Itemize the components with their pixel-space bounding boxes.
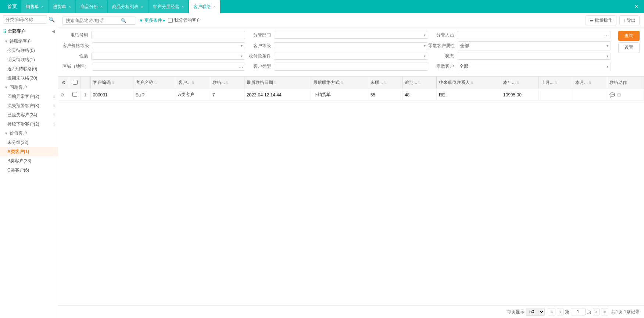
sidebar-item[interactable]: 明天待联络(1) (0, 55, 58, 64)
table-body: ⚙1000031Ea ?A类客户72023-04-12 14:44:下销货单55… (58, 89, 644, 101)
sidebar-item[interactable]: 今天待联络(0) (0, 46, 58, 55)
sidebar-item[interactable]: A类客户(1) (0, 147, 58, 156)
nav-tab-tab-sales[interactable]: 销售单× (21, 0, 48, 13)
nav-home[interactable]: 首页 (3, 3, 21, 10)
filter-input-field[interactable] (274, 63, 428, 71)
filter-input-field[interactable] (457, 31, 602, 39)
more-conditions-button[interactable]: ▼ 更多条件 ▾ (139, 17, 165, 24)
sort-icon[interactable]: ⇅ (471, 81, 473, 85)
cell-unitContact: RE . (437, 89, 501, 101)
per-page-label: 每页显示 (507, 309, 525, 315)
select-all-checkbox[interactable] (73, 80, 78, 85)
filter-select-field[interactable]: ▾ (274, 53, 428, 60)
col-header-overdue[interactable]: 逾期...⇅ (402, 77, 436, 89)
sidebar-item[interactable]: C类客户(6) (0, 166, 58, 175)
sort-icon[interactable]: ⇅ (154, 81, 157, 85)
sidebar-item[interactable]: 持续下滑客户(2)ℹ (0, 120, 58, 129)
close-tab-tab-purchase-icon[interactable]: × (68, 4, 71, 9)
col-header-noContact[interactable]: 未联...⇅ (368, 77, 402, 89)
col-label: 逾期... (405, 80, 417, 85)
sort-icon[interactable]: ⇅ (384, 81, 387, 85)
filter-dots-button[interactable]: … (602, 31, 611, 39)
col-header-lastMonth[interactable]: 上月...⇅ (539, 77, 573, 89)
filter-select-field[interactable]: ▾ (457, 53, 611, 60)
my-customers-checkbox[interactable] (168, 18, 173, 23)
filter-select-field[interactable]: ▾ (92, 42, 245, 49)
sidebar-item[interactable]: 逾期未联络(30) (0, 74, 58, 83)
filter-select-field[interactable]: ▾ (91, 53, 245, 60)
col-header-name[interactable]: 客户名称⇅ (133, 77, 176, 89)
sort-icon[interactable]: ⇅ (418, 81, 421, 85)
filter-input-field[interactable] (91, 31, 245, 39)
sort-icon[interactable]: ⇅ (554, 81, 557, 85)
filter-input-field[interactable] (92, 63, 237, 70)
first-page-button[interactable]: « (548, 308, 555, 315)
settings-button[interactable]: 设置 (618, 42, 640, 53)
col-header-lastDate[interactable]: 最后联络日期⇅ (244, 77, 311, 89)
close-tab-tab-sales-icon[interactable]: × (41, 4, 43, 9)
sort-icon[interactable]: ⇅ (226, 81, 229, 85)
filter-dots-button[interactable]: … (237, 63, 245, 70)
query-button[interactable]: 查询 (618, 31, 640, 41)
sort-icon[interactable]: ⇅ (340, 81, 343, 85)
close-tab-tab-customer-segment-icon[interactable]: × (182, 4, 184, 9)
sort-icon[interactable]: ⇅ (192, 81, 194, 85)
sort-icon[interactable]: ⇅ (111, 81, 114, 85)
nav-tab-tab-analysis[interactable]: 商品分析× (76, 0, 107, 13)
sidebar-item[interactable]: 回购异常客户(2)ℹ (0, 92, 58, 101)
last-page-button[interactable]: » (601, 308, 609, 315)
sidebar-all-customers[interactable]: ⠿ 全部客户 ◀ (0, 26, 58, 37)
filter-search-input[interactable] (66, 18, 121, 23)
col-header-type[interactable]: 客户...⇅ (176, 77, 210, 89)
nav-tab-tab-customer-segment[interactable]: 客户分层经营× (149, 0, 188, 13)
close-all-button[interactable]: × (632, 3, 641, 10)
action-chat-icon[interactable]: 💬 (609, 92, 615, 98)
sidebar-item[interactable]: 已流失客户(24)ℹ (0, 110, 58, 120)
col-header-code[interactable]: 客户编码⇅ (90, 77, 133, 89)
export-button[interactable]: ↑ 导出 (619, 15, 640, 25)
sidebar-item[interactable]: 近7天待联络(0) (0, 64, 58, 74)
col-header-lastWay[interactable]: 最后联络方式⇅ (311, 77, 368, 89)
last-way-link[interactable]: 下销货单 (313, 92, 331, 97)
prev-page-button[interactable]: ‹ (557, 308, 564, 315)
col-header-thisMonth[interactable]: 本月...⇅ (573, 77, 607, 89)
batch-op-button[interactable]: ☰ 批量操作 (586, 15, 616, 25)
next-page-button[interactable]: › (593, 308, 600, 315)
sort-icon[interactable]: ⇅ (588, 81, 591, 85)
nav-tab-tab-purchase[interactable]: 进货单× (49, 0, 75, 13)
sidebar-item[interactable]: 未分组(32) (0, 138, 58, 147)
action-grid-icon[interactable]: ⊞ (617, 92, 621, 98)
nav-tab-tab-customer-contact[interactable]: 客户联络× (189, 0, 220, 13)
nav-tab-tab-analysis-list[interactable]: 商品分析列表× (108, 0, 147, 13)
sort-icon[interactable]: ⇅ (274, 81, 277, 85)
row-gear-icon[interactable]: ⚙ (60, 92, 64, 98)
sidebar-group-header[interactable]: ▼问题客户 (0, 83, 58, 92)
page-input[interactable] (571, 308, 586, 315)
sidebar-item[interactable]: 流失预警客户(3)ℹ (0, 101, 58, 110)
col-header-unitContact[interactable]: 往来单位联系人⇅ (437, 77, 501, 89)
close-tab-tab-analysis-list-icon[interactable]: × (141, 4, 143, 9)
sidebar-group-header[interactable]: ▼价值客户 (0, 129, 58, 138)
close-tab-tab-customer-contact-icon[interactable]: × (213, 4, 215, 9)
filter-select-field[interactable]: ▾ (274, 42, 428, 49)
col-header-thisYear[interactable]: 本年...⇅ (501, 77, 539, 89)
filter-select-field[interactable]: 全部▾ (457, 62, 611, 71)
all-customers-label: 全部客户 (8, 28, 25, 35)
close-tab-tab-analysis-icon[interactable]: × (100, 4, 103, 9)
per-page-select[interactable]: 50 100 200 (526, 308, 545, 316)
sidebar-search-input[interactable] (3, 15, 47, 24)
chevron-down-icon: ▾ (241, 54, 243, 58)
nav-tab-label: 商品分析列表 (112, 4, 139, 10)
gear-icon[interactable]: ⚙ (62, 80, 66, 85)
sidebar-search-icon[interactable]: 🔍 (49, 17, 55, 22)
sort-icon[interactable]: ⇅ (516, 81, 519, 85)
filter-select-field[interactable]: 全部▾ (458, 41, 611, 50)
sidebar-group-header[interactable]: ▼待联络客户 (0, 37, 58, 46)
sidebar-item[interactable]: B类客户(33) (0, 156, 58, 166)
nav-tab-label: 客户联络 (193, 4, 211, 10)
col-header-contact[interactable]: 联络...⇅ (210, 77, 244, 89)
row-checkbox[interactable] (72, 92, 77, 97)
my-customers-filter: 我分管的客户 (168, 17, 201, 24)
filter-select-field[interactable]: ▾ (274, 32, 428, 39)
filter-search-button[interactable]: 🔍 (121, 18, 126, 23)
